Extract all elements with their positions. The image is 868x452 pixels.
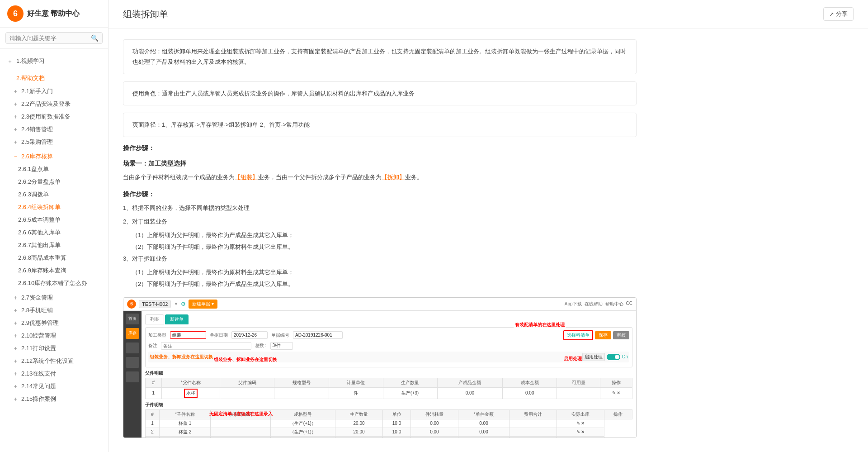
col-warehouse: 成本金额 [503, 378, 557, 387]
sidebar-item-faq[interactable]: ＋ 2.14常见问题 [0, 380, 108, 393]
erp-help-icon: 在线帮助 [585, 301, 603, 307]
sidebar-item-install[interactable]: ＋ 2.2产品安装及登录 [0, 98, 108, 110]
screenshot-container: 6 TEST-H002 ▼ ⚙ 新建单据 ▾ App下载 在线帮助 帮助中心 C… [123, 297, 637, 438]
col-spec: 规格型号 [274, 378, 329, 387]
step2-sub2: （2）下部明细为子件明细，最终作为原材料生成其它出库单。 [123, 241, 637, 253]
erp-nav-inventory: 库存 [126, 328, 139, 339]
erp-toggle-on[interactable] [607, 354, 620, 360]
sidebar-item-print[interactable]: ＋ 2.11打印设置 [0, 342, 108, 355]
step2-text: 2、对于组装业务 [123, 216, 637, 228]
col-avail: 可用量 [557, 378, 600, 387]
erp-top-bar: 6 TEST-H002 ▼ ⚙ 新建单据 ▾ App下载 在线帮助 帮助中心 C… [123, 298, 636, 311]
erp-edit-icon[interactable]: ✎ [612, 390, 616, 395]
erp-approve-btn[interactable]: 审核 [613, 331, 629, 339]
scene1-steps-heading: 操作步骤： [123, 190, 637, 199]
share-button[interactable]: ↗ 分享 [823, 7, 854, 21]
sidebar-item-otherinstock[interactable]: 2.6.6其他入库单 [0, 226, 108, 239]
sidebar-item-finance[interactable]: ＋ 2.7资金管理 [0, 291, 108, 304]
sidebar-item-stockledgererr[interactable]: 2.6.10库存账本错了怎么办 [0, 277, 108, 290]
sidebar-item-coupon[interactable]: ＋ 2.9优惠券管理 [0, 317, 108, 329]
erp-form-area: 加工类型 单据日期 单据编号 选择料清单 [145, 327, 632, 367]
plus-icon-purchase: ＋ [13, 138, 19, 146]
plus-icon-dataprep: ＋ [13, 113, 19, 121]
share-icon: ↗ [829, 11, 834, 18]
erp-tab-list[interactable]: 列表 [145, 314, 164, 324]
col-unit: 计量单位 [329, 378, 383, 387]
sidebar-item-dataprep[interactable]: ＋ 2.3使用前数据准备 [0, 110, 108, 123]
search-icon[interactable]: 🔍 [91, 34, 99, 42]
sidebar-item-otheroutstock[interactable]: 2.6.7其他出库单 [0, 239, 108, 252]
erp-tab-new[interactable]: 新建单 [165, 314, 189, 324]
zuozhuang-link[interactable]: 【组装】 [235, 174, 258, 181]
plus-icon-print: ＋ [13, 344, 19, 352]
erp-left-nav: 首页 库存 [123, 311, 142, 438]
erp-delete-icon[interactable]: ✕ [617, 390, 620, 395]
sidebar-item-purchase[interactable]: ＋ 2.5采购管理 [0, 136, 108, 148]
erp-enable-label: 启用处理 [582, 353, 605, 361]
erp-child-del-icon[interactable]: ✕ [581, 421, 585, 426]
chaijian-link[interactable]: 【拆卸】 [382, 174, 405, 181]
sidebar-item-inventory[interactable]: － 2.6库存核算 [0, 150, 108, 163]
erp-input-type[interactable] [170, 331, 206, 339]
erp-input-date[interactable] [231, 331, 268, 339]
erp-parent-detail-label: 父件明细 [145, 370, 632, 376]
sidebar-item-transfer[interactable]: 2.6.3调拨单 [0, 188, 108, 201]
table-row: 3 [146, 436, 632, 438]
erp-app-icon: App下载 [565, 301, 582, 307]
sidebar-item-partialstocktake[interactable]: 2.6.2分量盘点单 [0, 176, 108, 188]
erp-label-switch: 组装业务、拆卸业务在这里切换 [150, 354, 213, 360]
sidebar-item-help-docs[interactable]: － 2.帮助文档 [0, 71, 108, 85]
search-bar: 🔍 [0, 28, 108, 49]
erp-input-remark[interactable] [161, 342, 251, 350]
app-title: 好生意 帮助中心 [27, 9, 80, 19]
sidebar-item-stockledger[interactable]: 2.6.9库存账本查询 [0, 264, 108, 277]
erp-child-edit-icon2[interactable]: ✎ [576, 429, 580, 434]
sidebar-item-mobile[interactable]: ＋ 2.8手机旺铺 [0, 304, 108, 317]
erp-input-qty2[interactable] [270, 342, 293, 350]
step3-text: 3、对于拆卸业务 [123, 253, 637, 265]
sidebar-item-video-learning[interactable]: ＋ 1.视频学习 [0, 54, 108, 68]
erp-parent-item-cell[interactable]: 水杯 [184, 389, 198, 398]
erp-label-docno: 单据编号 [271, 332, 289, 338]
plus-icon-mobile: ＋ [13, 306, 19, 314]
erp-input-docno[interactable] [293, 331, 343, 339]
sidebar-item-payment[interactable]: ＋ 2.13在线支付 [0, 367, 108, 380]
minus-icon-inventory: － [13, 152, 19, 161]
sidebar-item-sales[interactable]: ＋ 2.4销售管理 [0, 123, 108, 136]
erp-label-qty2: 总数 : [255, 343, 267, 349]
erp-save-btn[interactable]: 保存 [595, 331, 611, 339]
plus-icon-ops: ＋ [13, 332, 19, 340]
col-qty3: 生产数量 [383, 378, 437, 387]
plus-icon-sales: ＋ [13, 125, 19, 133]
sidebar-item-stocktake[interactable]: 2.6.1盘点单 [0, 163, 108, 176]
col-action: 操作 [600, 378, 632, 387]
sidebar-item-cases[interactable]: ＋ 2.15操作案例 [0, 393, 108, 405]
header-bar: 组装拆卸单 ↗ 分享 [108, 0, 868, 29]
plus-icon-settings: ＋ [13, 357, 19, 365]
search-wrapper[interactable]: 🔍 [5, 32, 103, 44]
sidebar-item-newbie[interactable]: ＋ 2.1新手入门 [0, 85, 108, 98]
erp-new-order-btn[interactable]: 新建单据 ▾ [189, 300, 217, 309]
erp-child-edit-icon[interactable]: ✎ [576, 421, 580, 426]
step2-sub1: （1）上部明细为父件明细，最终作为产成品生成其它入库单； [123, 229, 637, 241]
erp-child-detail-label: 子件明细 [145, 402, 632, 408]
sidebar-item-costrecalc[interactable]: 2.6.8商品成本重算 [0, 252, 108, 264]
erp-nav-more1 [126, 343, 139, 353]
col-cost: 产成品金额 [437, 378, 503, 387]
sidebar-item-costadj[interactable]: 2.6.5成本调整单 [0, 214, 108, 226]
sidebar-item-ops[interactable]: ＋ 2.10经营管理 [0, 329, 108, 342]
erp-form-row-1: 加工类型 单据日期 单据编号 选择料清单 [148, 330, 629, 340]
nav-subsection-inventory: － 2.6库存核算 2.6.1盘点单 2.6.2分量盘点单 2.6.3调拨单 2… [0, 148, 108, 291]
sidebar-item-settings[interactable]: ＋ 2.12系统个性化设置 [0, 355, 108, 367]
erp-document-area: 列表 新建单 加工类型 单据日期 单据编号 [142, 311, 636, 438]
erp-select-template-btn[interactable]: 选择料清单 [563, 330, 593, 340]
erp-label-remark: 备注 [148, 343, 157, 349]
sidebar-item-assembly[interactable]: 2.6.4组装拆卸单 [0, 201, 108, 214]
erp-child-del-icon2[interactable]: ✕ [581, 429, 585, 434]
nav-tree: ＋ 1.视频学习 － 2.帮助文档 ＋ 2.1新手入门 ＋ 2.2产品安装及登录… [0, 49, 108, 452]
erp-label-type: 加工类型 [148, 332, 166, 338]
table-row: 2 杯盖 2 （生产(+1)） 20.00 10.0 0.00 0.00 [146, 428, 632, 436]
plus-icon-newbie: ＋ [13, 87, 19, 95]
screenshot-inner: 6 TEST-H002 ▼ ⚙ 新建单据 ▾ App下载 在线帮助 帮助中心 C… [123, 298, 636, 438]
search-input[interactable] [9, 35, 91, 42]
